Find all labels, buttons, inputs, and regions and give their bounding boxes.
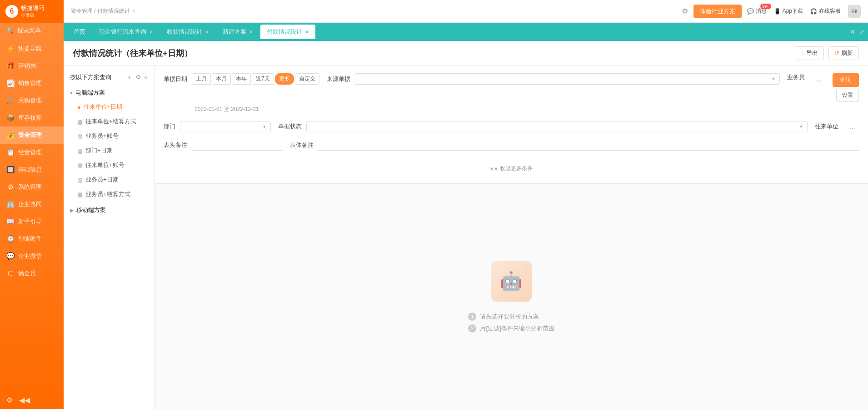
app-download-btn[interactable]: 📱 App下载 [774,7,803,15]
basic-icon: 🔲 [6,166,15,174]
sidebar-logo: 6 畅捷通巧 标准版 [0,0,64,23]
sidebar-item-capital[interactable]: 💰 资金管理 [0,126,64,144]
tab-receipt[interactable]: 收款情况统计 ✕ [160,25,215,39]
export-btn[interactable]: ↑ 导出 [796,46,824,60]
scheme-settings-icon[interactable]: ⚙ [135,73,141,81]
scheme-item-partner-account[interactable]: ▦ 往来单位+账号 [64,158,154,172]
scheme-item-staff-account[interactable]: ▦ 业务员+账号 [64,129,154,143]
desktop-scheme-group-header[interactable]: ▾ 电脑端方案 [64,86,154,100]
scheme-grid-icon-1: ▦ [77,118,83,125]
body-note-input[interactable] [318,140,859,151]
refresh-icon: ↺ [834,50,839,57]
sidebar: 6 畅捷通巧 标准版 🔍 搜索菜单 ⚡ 快捷导航 🎁 营销推广 📈 销售管理 🛒… [0,0,64,409]
dept-select[interactable]: ▾ [180,121,271,132]
sidebar-item-hardware[interactable]: ⌚ 智能硬件 [0,230,64,247]
scheme-grid-icon-3: ▦ [77,147,83,154]
quick-nav-icon: ⚡ [6,45,15,53]
page-header-actions: ↑ 导出 ↺ 刷新 [796,46,859,60]
filter-right-actions: 查询 设置 [833,73,859,102]
tab-payment[interactable]: 付款情况统计 ✕ [260,25,315,39]
search-menu[interactable]: 🔍 搜索菜单 [0,23,64,38]
scheme-panel-header: 按以下方案查询 ＋ ⚙ « [64,71,154,86]
refresh-btn[interactable]: ↺ 刷新 [828,46,859,60]
main-area: 资金管理 / 付款情况统计 ▾ ⚙ 体验行业方案 💬 消息 99+ 📱 App下… [64,0,868,409]
sidebar-item-purchase[interactable]: 🛒 采购管理 [0,92,64,109]
date-btn-7days[interactable]: 近7天 [252,73,274,85]
sidebar-item-guide[interactable]: 📖 新手引导 [0,213,64,230]
hint-num-1: 1 [468,313,476,321]
collapse-filter-btn[interactable]: ∧∧ 收起更多条件 [486,161,536,176]
search-icon: 🔍 [6,27,14,34]
capital-icon: 💰 [6,131,15,139]
doc-status-select[interactable]: ▾ [306,121,808,132]
date-btn-this-month[interactable]: 本月 [212,73,231,85]
dept-filter: 部门 ▾ [164,121,271,132]
topbar-settings-icon[interactable]: ⚙ [682,7,688,15]
tab-new-scheme[interactable]: 新建方案 ✕ [216,25,259,39]
query-btn[interactable]: 查询 [833,73,859,87]
sidebar-item-wechat[interactable]: 💬 企业微信 [0,247,64,265]
head-note-input[interactable] [192,140,283,151]
sidebar-item-basic[interactable]: 🔲 基础信息 [0,161,64,178]
purchase-icon: 🛒 [6,96,15,105]
tab-close-bank[interactable]: ✕ [149,29,153,35]
sidebar-item-sales[interactable]: 📈 销售管理 [0,75,64,92]
scheme-item-partner-settle[interactable]: ▦ 往来单位+结算方式 [64,114,154,129]
message-btn[interactable]: 💬 消息 99+ [747,7,767,15]
date-btn-last-month[interactable]: 上月 [192,73,211,85]
date-btn-this-year[interactable]: 本年 [232,73,251,85]
doc-status-filter: 单据状态 ▾ [278,121,808,132]
scheme-grid-icon-5: ▦ [77,191,83,198]
date-btn-custom[interactable]: 自定义 [295,73,319,85]
user-avatar[interactable]: Rit [848,5,861,18]
desktop-scheme-group: ▾ 电脑端方案 ● 往来单位+日期 ▦ 往来单位+结算方式 ▦ 业务员+账号 ▦ [64,86,154,202]
sidebar-item-marketing[interactable]: 🎁 营销推广 [0,57,64,75]
source-select[interactable]: ▾ [355,73,780,85]
mobile-scheme-group-header[interactable]: ▶ 移动端方案 [64,203,154,217]
service-icon: 🎧 [810,8,817,15]
partner-ellipsis[interactable]: ... [846,121,859,132]
logo-icon: 6 [5,5,18,18]
scheme-active-icon: ● [77,104,81,111]
empty-state: 🤖 1 请先选择要分析的方案 2 用[过滤]条件来缩小分析范围 [155,184,868,409]
sidebar-item-system[interactable]: ⚙ 系统管理 [0,178,64,196]
sidebar-item-operation[interactable]: 📋 经营管理 [0,144,64,161]
trial-btn[interactable]: 体验行业方案 [693,5,742,18]
tab-home[interactable]: 首页 [67,25,92,39]
topbar-actions: 💬 消息 99+ 📱 App下载 🎧 在线客服 Rit [747,5,861,18]
filter-settings-btn[interactable]: 设置 [836,89,859,102]
staff-filter: 业务员 [787,73,805,81]
tab-bank[interactable]: 现金银行流水查询 ✕ [93,25,160,39]
collapse-up-icon: ∧∧ [490,166,498,172]
date-btn-more[interactable]: 更多 [275,73,294,85]
tab-close-new-scheme[interactable]: ✕ [249,29,253,35]
add-scheme-icon[interactable]: ＋ [126,73,133,81]
tab-close-receipt[interactable]: ✕ [205,29,209,35]
scheme-item-staff-settle[interactable]: ▦ 业务员+结算方式 [64,187,154,202]
fullscreen-icon[interactable]: ⤢ [859,28,864,35]
tabbar-controls: ✕ ⤢ [850,28,864,35]
scheme-item-partner-date[interactable]: ● 往来单位+日期 [64,100,154,114]
robot-illustration: 🤖 [491,261,532,302]
doc-status-arrow-icon: ▾ [800,124,803,130]
close-all-icon[interactable]: ✕ [850,28,855,35]
mobile-toggle-icon: ▶ [70,207,74,213]
online-service-btn[interactable]: 🎧 在线客服 [810,7,841,15]
collapse-sidebar-icon[interactable]: ◀◀ [19,396,30,404]
breadcrumb-chevron: ▾ [133,9,135,14]
sidebar-item-enterprise[interactable]: 🏢 企业协同 [0,196,64,213]
hint-num-2: 2 [468,324,476,333]
settings-icon[interactable]: ⚙ [6,396,13,404]
staff-ellipsis[interactable]: ... [812,73,825,85]
sidebar-item-quick-nav[interactable]: ⚡ 快捷导航 [0,40,64,57]
scheme-item-dept-date[interactable]: ▦ 部门+日期 [64,143,154,158]
scheme-panel-icons: ＋ ⚙ « [126,73,148,81]
tab-close-payment[interactable]: ✕ [305,29,309,35]
inventory-icon: 📦 [6,114,15,122]
scheme-item-staff-date[interactable]: ▦ 业务员+日期 [64,172,154,187]
vip-icon: ⬡ [6,269,15,278]
collapse-scheme-icon[interactable]: « [144,73,148,81]
sidebar-item-vip[interactable]: ⬡ 畅会员 [0,265,64,282]
sidebar-item-inventory[interactable]: 📦 库存核算 [0,109,64,126]
sales-icon: 📈 [6,79,15,87]
